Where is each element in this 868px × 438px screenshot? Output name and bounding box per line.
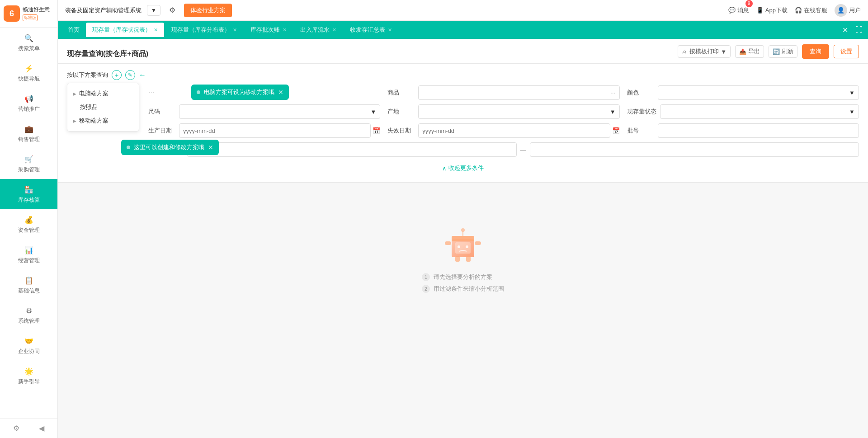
system-nav-icon: ⚙ [24,306,34,316]
dots-icon-1[interactable]: ··· [148,89,154,97]
empty-illustration [440,219,486,264]
topbar-settings-btn[interactable]: ⚙ [166,4,179,17]
sidebar-label-quick: 快捷导航 [18,75,40,83]
trial-btn[interactable]: 体验行业方案 [184,4,232,17]
size-label: 尺码 [148,108,175,116]
schema-collapse-icon: ▶ [73,118,76,123]
export-btn[interactable]: 📤 导出 [735,45,764,58]
schema-item-product[interactable]: 按照品 [67,100,139,114]
maximize-btn[interactable]: ⛶ [854,24,864,36]
tab-batch-account[interactable]: 库存批次账 ✕ [244,23,293,37]
edit-schema-btn[interactable]: ✎ [125,70,135,80]
empty-step-2: 2 用过滤条件来缩小分析范围 [422,285,504,293]
origin-arrow: ▼ [610,108,616,115]
exp-date-icon[interactable]: 📅 [612,127,620,134]
sidebar-item-basic[interactable]: 📋 基础信息 [0,270,57,300]
collapse-icon: ∧ [442,165,447,172]
sidebar-item-search[interactable]: 🔍 搜索菜单 [0,28,57,58]
stock-qty-min[interactable] [187,142,517,157]
refresh-btn[interactable]: 🔄 刷新 [769,45,797,58]
schema-item-pc[interactable]: ▶ 电脑端方案 [67,87,139,100]
sidebar-label-basic: 基础信息 [18,287,40,295]
goods-select[interactable]: ··· [418,85,619,100]
app-icon: 📱 [756,7,764,14]
sidebar-item-marketing[interactable]: 📢 营销推广 [0,88,57,118]
tab-inventory-dist-label: 现存量（库存分布表） [171,26,230,34]
back-arrow-btn[interactable]: ← [139,71,146,79]
collapse-label: 收起更多条件 [448,164,484,172]
exp-date-start[interactable] [418,123,610,138]
tab-inventory-dist[interactable]: 现存量（库存分布表） ✕ [165,23,243,37]
tab-inventory-status-close[interactable]: ✕ [154,27,158,33]
exp-date-range: 📅 [418,123,619,138]
schema-item-mobile[interactable]: ▶ 移动端方案 [67,114,139,127]
sidebar-item-guide[interactable]: 🌟 新手引导 [0,361,57,391]
sidebar-item-warehouse[interactable]: 🏪 库存核算 [0,179,57,209]
sidebar-logo: 6 畅通好生意 标准版 [0,0,57,28]
message-label: 消息 [737,6,749,14]
message-btn[interactable]: 💬 消息 9 [728,6,749,14]
filter-row-2: 尺码 ▼ 产地 ▼ [148,104,859,119]
filter-field-batch: 批号 [627,123,859,138]
tooltip-text-1: 电脑方案可设为移动方案哦 [204,88,274,96]
tooltip-close-1[interactable]: ✕ [278,89,283,96]
filter-area: 按以下方案查询 + ✎ ← 电脑方案可设为移动方案哦 ✕ ▶ 电脑端方案 按 [58,64,868,183]
prod-date-start[interactable] [179,123,371,138]
step-num-1: 1 [422,273,430,281]
message-icon: 💬 [728,7,736,14]
service-btn[interactable]: 🎧 在线客服 [795,6,827,14]
tab-batch-close[interactable]: ✕ [283,27,287,33]
app-download-btn[interactable]: 📱 App下载 [756,6,788,14]
tooltip-dot-1 [197,90,200,94]
batch-input[interactable] [658,123,859,138]
print-btn[interactable]: 🖨 按模板打印 ▼ [678,45,731,58]
close-all-tabs-btn[interactable]: ✕ [840,24,850,36]
page-title: 现存量查询(按仓库+商品) [67,49,148,59]
tab-batch-account-label: 库存批次账 [250,26,280,34]
tab-in-out-flow[interactable]: 出入库流水 ✕ [294,23,343,37]
print-icon: 🖨 [682,48,688,55]
sidebar-item-operation[interactable]: 📊 经营管理 [0,240,57,270]
tab-inout-close[interactable]: ✕ [332,27,336,33]
settings-btn[interactable]: 设置 [834,45,859,58]
empty-text: 1 请先选择要分析的方案 2 用过滤条件来缩小分析范围 [422,273,504,293]
tab-receive-summary[interactable]: 收发存汇总表 ✕ [344,23,398,37]
logo-icon: 6 [4,5,20,22]
tab-home-label: 首页 [68,26,80,34]
filter-field-exp-date: 失效日期 📅 [387,123,619,138]
prod-date-icon[interactable]: 📅 [373,127,380,134]
sidebar-item-quick[interactable]: ⚡ 快捷导航 [0,58,57,88]
avatar-icon: 👤 [837,7,844,14]
warehouse-nav-icon: 🏪 [24,184,34,194]
user-btn[interactable]: 👤 用户 [835,4,861,17]
add-schema-btn[interactable]: + [112,70,122,80]
stock-qty-max[interactable] [530,142,859,157]
quick-nav-icon: ⚡ [24,63,34,73]
tooltip-close-2[interactable]: ✕ [208,144,213,151]
filter-field-color: 颜色 ▼ [627,85,859,100]
query-btn[interactable]: 查询 [802,44,829,59]
origin-select[interactable]: ▼ [418,104,619,119]
tab-inventory-status[interactable]: 现存量（库存状况表） ✕ [86,23,164,37]
schema-mobile-label: 移动端方案 [79,117,108,125]
sidebar-item-purchase[interactable]: 🛒 采购管理 [0,149,57,179]
export-icon: 📤 [739,48,746,55]
sidebar-item-finance[interactable]: 💰 资金管理 [0,209,57,240]
sidebar-item-enterprise[interactable]: 🤝 企业协同 [0,330,57,361]
collapse-btn[interactable]: ∧ 收起更多条件 [67,160,859,176]
status-select[interactable]: ▼ [660,104,859,119]
range-dash: — [520,146,526,153]
sidebar-item-system[interactable]: ⚙ 系统管理 [0,300,57,330]
color-select[interactable]: ▼ [658,85,859,100]
sidebar-item-sales[interactable]: 💼 销售管理 [0,118,57,149]
footer-collapse-icon[interactable]: ◀ [39,424,44,433]
footer-settings-icon[interactable]: ⚙ [13,424,19,433]
svg-rect-6 [475,241,481,245]
tab-home[interactable]: 首页 [61,23,86,37]
size-select[interactable]: ▼ [179,104,380,119]
tab-receive-close[interactable]: ✕ [388,27,392,33]
tab-inventory-dist-close[interactable]: ✕ [233,27,237,33]
status-label: 现存量状态 [627,108,656,116]
system-select[interactable]: ▼ [147,5,160,16]
sidebar: 6 畅通好生意 标准版 🔍 搜索菜单 ⚡ 快捷导航 📢 营销推广 💼 销售管理 … [0,0,58,438]
